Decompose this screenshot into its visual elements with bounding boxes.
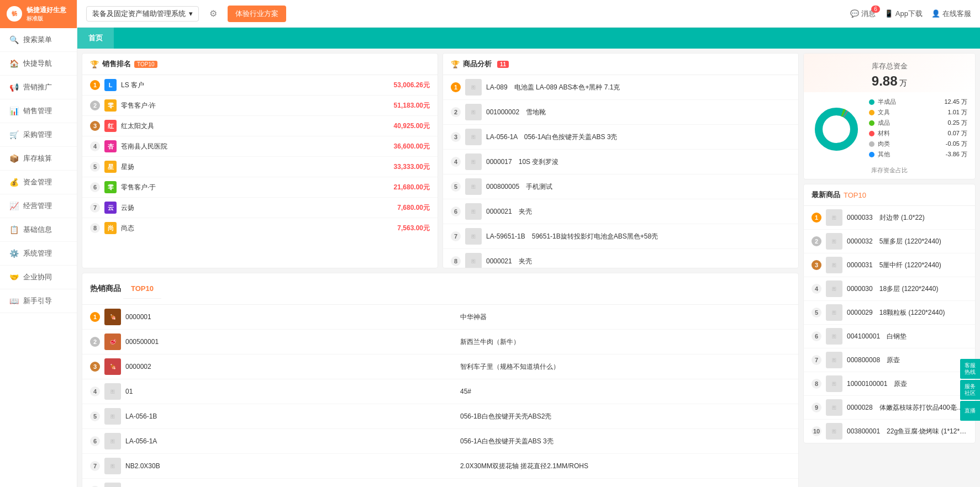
float-live-broadcast[interactable]: 直播 [960, 401, 980, 421]
legend-value: 0.25 万 [948, 119, 967, 127]
list-item: 1 图 0000033 封边带 (1.0*22) [804, 206, 975, 230]
analysis-badge: 11 [497, 61, 509, 68]
list-item: 2 图 0000032 5厘多层 (1220*2440) [804, 230, 975, 253]
list-item: 4 图 01 45# [82, 379, 798, 404]
table-row: 2 零 零售客户·许 51,183.00元 [82, 96, 438, 116]
avatar: 尚 [104, 222, 117, 234]
product-name: 056-1B白色按键开关壳ABS2壳 [460, 412, 791, 421]
table-row: 5 星 星扬 33,333.00元 [82, 157, 438, 177]
rank-number: 7 [812, 355, 821, 365]
sidebar-item-guide[interactable]: 📖 新手引导 [0, 289, 77, 313]
sidebar-item-operation[interactable]: 📈 经营管理 [0, 194, 77, 218]
rank-number: 6 [90, 182, 100, 192]
product-image: 图 [826, 423, 842, 440]
list-item: 8 图 0000011 12070519-xs [82, 479, 798, 487]
sidebar-item-label: 销售管理 [23, 106, 52, 116]
product-name: 056-1A白色按键开关盖ABS 3壳 [460, 437, 791, 446]
sidebar-item-inventory[interactable]: 📦 库存核算 [0, 147, 77, 171]
customer-name: 零售客户·于 [121, 183, 389, 192]
avatar: 红 [104, 120, 117, 132]
product-info: 0000028 体嫩荔枝味苏打饮品400毫升 (1*15) [847, 403, 967, 412]
sidebar-item-purchase[interactable]: 🛒 采购管理 [0, 123, 77, 147]
legend-value: -3.86 万 [946, 150, 967, 158]
sidebar-item-label: 搜索菜单 [23, 35, 52, 45]
product-image: 图 [826, 257, 842, 273]
product-image: 图 [465, 104, 482, 120]
table-row: 1 图 LA-089 电池盖 LA-089 ABS本色+黑种 7.1克 [443, 75, 798, 100]
product-image: 图 [826, 304, 842, 321]
newest-top10-label: TOP10 [844, 191, 866, 199]
mobile-icon: 📱 [884, 9, 893, 18]
right-panel: 库存总资金 9.88 万 [803, 49, 980, 487]
product-name: LA-056-1A 056-1A白色按键开关盖ABS 3壳 [486, 133, 791, 142]
rank-amount: 40,925.00元 [394, 121, 430, 131]
sidebar-item-system[interactable]: ⚙️ 系统管理 [0, 242, 77, 266]
sidebar-item-basic[interactable]: 📋 基础信息 [0, 218, 77, 242]
sales-icon: 📊 [9, 106, 19, 116]
rank-number: 8 [451, 256, 461, 266]
avatar: 星 [104, 161, 117, 173]
sidebar-item-sales[interactable]: 📊 销售管理 [0, 99, 77, 123]
inventory-unit: 万 [899, 78, 907, 87]
rank-number: 2 [451, 107, 461, 117]
product-info: 0000029 18颗粒板 (1220*2440) [847, 308, 967, 317]
sidebar-item-label: 企业协同 [23, 272, 52, 282]
float-service-hotline[interactable]: 客服 热线 [960, 359, 980, 379]
sidebar-item-label: 经营管理 [23, 201, 52, 211]
basic-icon: 📋 [9, 225, 19, 235]
product-sale-ranking-card: 🏆 商品分析 11 1 图 LA-089 电池盖 LA-089 ABS本色+黑种… [442, 53, 799, 268]
settings-button[interactable]: ⚙ [206, 6, 221, 22]
sidebar-item-marketing[interactable]: 📢 营销推广 [0, 76, 77, 99]
system-selector[interactable]: 装备及固定资产辅助管理系统 ▾ [86, 6, 199, 22]
customer-ranking-title: 销售排名 [102, 59, 131, 69]
list-item: 5 图 0000029 18颗粒板 (1220*2440) [804, 301, 975, 325]
sidebar-item-quicknav[interactable]: 🏠 快捷导航 [0, 52, 77, 76]
legend-item: 成品 0.25 万 [869, 119, 967, 127]
tab-home[interactable]: 首页 [77, 28, 114, 49]
donut-chart [812, 104, 861, 154]
product-image: 图 [465, 253, 482, 268]
guide-icon: 📖 [9, 296, 19, 306]
inventory-amount: 9.88 [872, 73, 898, 88]
product-name: 0000021 夹壳 [486, 207, 791, 216]
sidebar-item-cooperation[interactable]: 🤝 企业协同 [0, 266, 77, 289]
trial-button[interactable]: 体验行业方案 [228, 6, 286, 22]
product-code: 0000001 [125, 313, 456, 321]
app-download-button[interactable]: 📱 App下载 [884, 9, 923, 19]
product-image: 图 [465, 203, 482, 220]
legend-dot [869, 110, 874, 115]
home-icon: 🏠 [9, 59, 19, 68]
sidebar-item-search[interactable]: 🔍 搜索菜单 [0, 28, 77, 52]
avatar: L [104, 79, 117, 91]
product-image: 图 [465, 178, 482, 195]
logo-sub: 标准版 [27, 15, 66, 23]
rank-number: 6 [451, 207, 461, 216]
product-name: 智利车子里（规格不知道填什么） [460, 362, 791, 372]
product-name: 001000002 雪地靴 [486, 108, 791, 117]
newest-title-text: 最新商品 [812, 190, 840, 200]
rank-amount: 36,600.00元 [394, 142, 430, 151]
rank-number: 1 [90, 312, 100, 322]
app-label: App下载 [895, 9, 923, 19]
product-info: 003800001 22g鱼豆腐·烧烤味 (1*12*20) [847, 427, 967, 436]
rank-number: 7 [90, 203, 100, 213]
online-service-button[interactable]: 👤 在线客服 [931, 9, 971, 19]
table-row: 8 尚 尚态 7,563.00元 [82, 218, 438, 238]
top10-badge: TOP10 [134, 61, 157, 68]
newest-products-list: 1 图 0000033 封边带 (1.0*22) 2 图 0000032 5厘多… [804, 206, 975, 443]
table-row: 5 图 000800005 手机测试 [443, 174, 798, 199]
finance-icon: 💰 [9, 177, 19, 187]
product-name: 中华神器 [460, 313, 791, 322]
list-item: 6 图 LA-056-1A 056-1A白色按键开关盖ABS 3壳 [82, 429, 798, 454]
sidebar-item-finance[interactable]: 💰 资金管理 [0, 171, 77, 194]
product-info: 10000100001 原壶 [847, 379, 967, 389]
legend-item: 文具 1.01 万 [869, 108, 967, 117]
message-button[interactable]: 💬 消息 6 [850, 9, 876, 19]
trophy-icon: 🏆 [451, 60, 460, 68]
message-icon: 💬 [850, 9, 859, 18]
product-info: 0000033 封边带 (1.0*22) [847, 213, 967, 223]
hot-products-header: 热销商品 TOP10 [82, 273, 798, 305]
customer-name: LS 客户 [121, 81, 389, 90]
table-row: 7 图 LA-59651-1B 59651-1B旋转投影灯电池盒ABS黑色+58… [443, 224, 798, 249]
float-service-community[interactable]: 服务 社区 [960, 380, 980, 400]
